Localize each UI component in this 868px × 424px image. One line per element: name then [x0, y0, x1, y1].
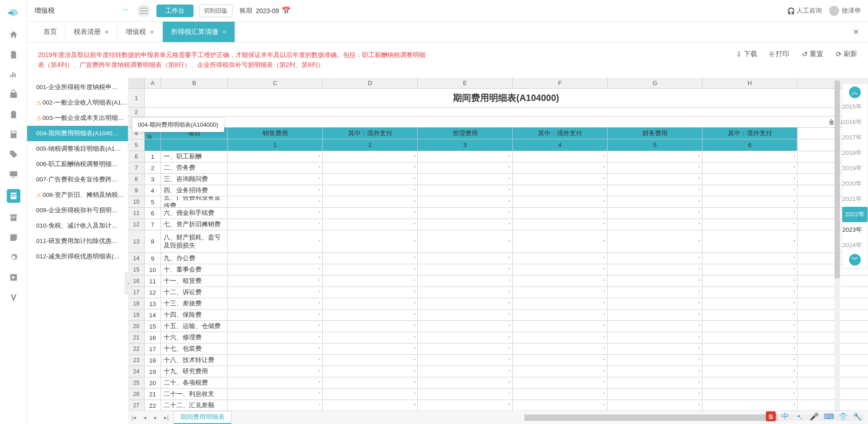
cell-no[interactable]: 17	[145, 343, 161, 354]
cell-value[interactable]: *	[323, 377, 418, 388]
cell-value[interactable]: *	[608, 377, 703, 388]
cell-no[interactable]: 6	[145, 208, 161, 219]
close-icon[interactable]: ✕	[104, 29, 109, 35]
cell-value[interactable]: *	[513, 174, 608, 185]
cell-name[interactable]: 十一、租赁费	[161, 276, 228, 286]
vertical-scrollbar[interactable]	[835, 81, 840, 410]
cell-name[interactable]: 十八、技术转让费	[161, 355, 228, 366]
cell-value[interactable]: *	[513, 343, 608, 354]
year-option[interactable]: 2019年	[842, 161, 868, 176]
doc-icon[interactable]	[9, 50, 19, 60]
cell-value[interactable]: *	[323, 253, 418, 264]
calendar-icon[interactable]: 📅	[282, 6, 291, 15]
col-header[interactable]: C	[228, 78, 323, 88]
year-scroll-down[interactable]: ︾	[849, 254, 861, 266]
refresh-button[interactable]: ⟳刷新	[836, 50, 857, 58]
cell-value[interactable]: *	[703, 264, 797, 275]
chart-icon[interactable]	[9, 70, 19, 80]
cell-name[interactable]: 九、办公费	[161, 253, 228, 264]
cell-value[interactable]: *	[418, 219, 513, 230]
cell-value[interactable]: *	[418, 208, 513, 219]
cell-no[interactable]: 12	[145, 287, 161, 298]
cell-value[interactable]: *	[418, 389, 513, 400]
workspace-button[interactable]: 工作台	[156, 5, 193, 17]
form-list-item[interactable]: 001-企业所得税年度纳税申…	[27, 80, 128, 95]
cell-value[interactable]: *	[608, 287, 703, 298]
cell-name[interactable]: 十五、运输、仓储费	[161, 321, 228, 332]
collapse-handle[interactable]: ‹	[125, 272, 132, 294]
cell-value[interactable]: *	[703, 310, 797, 320]
form-list-item[interactable]: 012-减免所得税优惠明细表(…	[27, 249, 128, 264]
row-number[interactable]: 27	[128, 400, 145, 410]
cell-value[interactable]: *	[323, 332, 418, 343]
close-icon[interactable]: ✕	[150, 29, 154, 35]
cell-no[interactable]: 11	[145, 276, 161, 286]
cell-value[interactable]: *	[418, 151, 513, 162]
tag-icon[interactable]	[9, 149, 19, 159]
cell-value[interactable]: *	[703, 174, 797, 185]
cell-value[interactable]: *	[513, 366, 608, 377]
cell-no[interactable]: 13	[145, 298, 161, 309]
cell-value[interactable]: *	[513, 196, 608, 207]
cell-value[interactable]: *	[418, 253, 513, 264]
cell-value[interactable]: *	[608, 400, 703, 410]
form-list-item[interactable]: ⚠008-资产折旧、摊销及纳税…	[27, 187, 128, 203]
cell-value[interactable]: *	[703, 208, 797, 219]
cell-value[interactable]: *	[703, 185, 797, 196]
year-scroll-up[interactable]: ︽	[849, 86, 861, 98]
cell-value[interactable]: *	[513, 332, 608, 343]
cell-value[interactable]: *	[418, 276, 513, 286]
cell-value[interactable]: *	[228, 151, 323, 162]
cell-value[interactable]: *	[513, 185, 608, 196]
sheet-corner[interactable]	[128, 78, 145, 88]
cell-value[interactable]: *	[703, 332, 797, 343]
row-number[interactable]: 1	[128, 89, 145, 107]
row-number[interactable]: 10	[128, 196, 145, 207]
cell-value[interactable]: *	[608, 219, 703, 230]
cell-value[interactable]: *	[703, 377, 797, 388]
download-button[interactable]: ⇩下载	[736, 50, 757, 58]
cell-value[interactable]: *	[323, 174, 418, 185]
year-option[interactable]: 2021年	[842, 191, 868, 207]
ime-s-icon[interactable]: S	[766, 411, 776, 421]
cell-value[interactable]: *	[323, 287, 418, 298]
cell-no[interactable]: 2	[145, 162, 161, 173]
cell-value[interactable]: *	[418, 162, 513, 173]
ime-skin-icon[interactable]: 👕	[838, 411, 848, 421]
cell-no[interactable]: 8	[145, 230, 161, 252]
round-menu-button[interactable]	[137, 5, 150, 17]
col-header[interactable]: H	[703, 78, 797, 88]
cell-value[interactable]: *	[513, 208, 608, 219]
cell-value[interactable]: *	[418, 321, 513, 332]
cell-value[interactable]: *	[513, 230, 608, 252]
cell-value[interactable]: *	[608, 196, 703, 207]
cell-value[interactable]: *	[323, 162, 418, 173]
cell-value[interactable]: *	[323, 185, 418, 196]
cell-value[interactable]: *	[608, 253, 703, 264]
cell-name[interactable]: 二十、各项税费	[161, 377, 228, 388]
cell-value[interactable]: *	[228, 276, 323, 286]
cell-name[interactable]: 七、资产折旧摊销费	[161, 219, 228, 230]
org-selector[interactable]: 增值税 ﹀	[34, 6, 129, 15]
cell-value[interactable]: *	[608, 343, 703, 354]
cell-value[interactable]: *	[228, 185, 323, 196]
cell-value[interactable]: *	[703, 230, 797, 252]
cell-name[interactable]: 三、咨询顾问费	[161, 174, 228, 185]
cell-name[interactable]: 八、财产损耗、盘亏及毁损损失	[161, 230, 228, 252]
cell-value[interactable]: *	[608, 208, 703, 219]
cell-value[interactable]: *	[513, 355, 608, 366]
cell-value[interactable]: *	[418, 287, 513, 298]
form-list-item[interactable]: 010-免税、减计收入及加计…	[27, 218, 128, 233]
inbox-icon[interactable]	[9, 233, 19, 243]
period-value[interactable]: 2023-09	[256, 7, 279, 14]
year-option[interactable]: 2022年	[842, 207, 868, 222]
cell-value[interactable]: *	[608, 321, 703, 332]
play-icon[interactable]	[9, 272, 19, 282]
cell-name[interactable]: 六、佣金和手续费	[161, 208, 228, 219]
ime-zh-icon[interactable]: 中	[780, 411, 790, 421]
cell-value[interactable]: *	[418, 185, 513, 196]
cell-value[interactable]: *	[323, 196, 418, 207]
cell-value[interactable]: *	[513, 287, 608, 298]
cell-value[interactable]: *	[228, 366, 323, 377]
row-number[interactable]: 9	[128, 185, 145, 196]
